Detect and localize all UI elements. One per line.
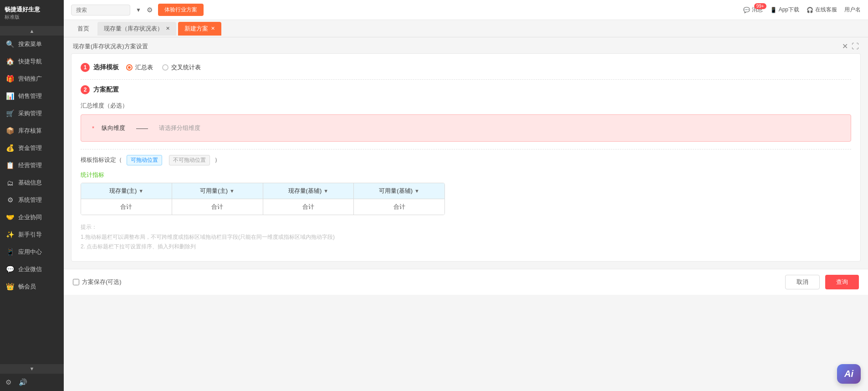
sidebar-item-cooperation[interactable]: 🤝企业协同 [0, 209, 64, 226]
stats-col-2-dropdown[interactable]: ▼ [323, 188, 328, 194]
sidebar-scroll-down[interactable]: ▼ [0, 364, 64, 373]
tab-home[interactable]: 首页 [71, 22, 96, 36]
indicator-settings-prefix: 模板指标设定（ [81, 156, 122, 163]
tab-inventory-status[interactable]: 现存量（库存状况表） ✕ [97, 22, 176, 36]
message-button[interactable]: 💬 消息 99+ [743, 6, 763, 14]
tabbar: 首页 现存量（库存状况表） ✕ 新建方案 ✕ [64, 20, 868, 37]
newguide-icon: ✨ [5, 231, 15, 239]
phone-icon: 📱 [770, 7, 777, 13]
sidebar-item-marketing[interactable]: 🎁营销推广 [0, 70, 64, 87]
online-service-button[interactable]: 🎧 在线客服 [807, 6, 837, 14]
sidebar-item-sales[interactable]: 📊销售管理 [0, 87, 64, 105]
search-dropdown-icon[interactable]: ▼ [136, 7, 141, 13]
sidebar-item-shortcut[interactable]: 🏠快捷导航 [0, 53, 64, 70]
sidebar-item-label-finance: 资金管理 [18, 144, 42, 152]
close-panel-button[interactable]: ✕ [842, 42, 848, 51]
search-input[interactable] [71, 5, 130, 15]
sidebar-scroll-up[interactable]: ▲ [0, 26, 64, 36]
sidebar-item-label-management: 经营管理 [18, 161, 42, 170]
wechat-icon: 💬 [5, 265, 15, 273]
sidebar-footer: ⚙ 🔊 [0, 373, 64, 391]
stats-col-0-body: 合计 [81, 199, 172, 215]
sidebar-item-purchase[interactable]: 🛒采购管理 [0, 105, 64, 122]
sidebar-item-finance[interactable]: 💰资金管理 [0, 139, 64, 157]
sidebar-item-label-sales: 销售管理 [18, 92, 42, 100]
sidebar-item-wechat[interactable]: 💬企业微信 [0, 261, 64, 278]
sound-icon[interactable]: 🔊 [19, 378, 27, 386]
tab-inventory-status-label: 现存量（库存状况表） [104, 25, 163, 33]
step2-divider [81, 149, 851, 149]
vertical-dim-placeholder[interactable]: 请选择分组维度 [159, 124, 200, 132]
settings-icon[interactable]: ⚙ [5, 378, 11, 386]
tab-new-schema-close[interactable]: ✕ [211, 26, 215, 31]
tips-title: 提示： [81, 222, 851, 232]
sidebar-item-label-system: 系统管理 [18, 196, 42, 204]
step1-num: 1 [81, 63, 90, 72]
stats-col-0: 现存量(主) ▼ 合计 [81, 183, 172, 215]
purchase-icon: 🛒 [5, 109, 15, 118]
radio-summary[interactable]: 汇总表 [126, 63, 153, 72]
stats-col-3-body: 合计 [354, 199, 444, 215]
stats-col-2-body: 合计 [263, 199, 354, 215]
draggable-label: 可拖动位置 [131, 156, 158, 164]
topbar-gear-icon[interactable]: ⚙ [147, 6, 153, 14]
stats-col-3-title: 可用量(基辅) [379, 187, 413, 195]
cancel-button[interactable]: 取消 [785, 275, 820, 289]
bottom-bar: 方案保存(可选) 取消 查询 [64, 269, 868, 295]
sidebar-item-system[interactable]: ⚙系统管理 [0, 191, 64, 209]
stats-col-0-dropdown[interactable]: ▼ [138, 188, 143, 194]
stats-col-2-title: 现存量(基辅) [288, 187, 322, 195]
step2-header: 2 方案配置 [81, 85, 851, 94]
sidebar-item-label-shortcut: 快捷导航 [18, 57, 42, 66]
tab-new-schema[interactable]: 新建方案 ✕ [178, 22, 221, 36]
app-logo-sub: 标准版 [5, 14, 59, 21]
vertical-dim-arrow: —— [136, 125, 148, 132]
query-button[interactable]: 查询 [825, 275, 859, 289]
stats-col-1: 可用量(主) ▼ 合计 [172, 183, 263, 215]
app-download-button[interactable]: 📱 App下载 [770, 6, 799, 14]
appcenter-icon: 📱 [5, 248, 15, 256]
trial-industry-button[interactable]: 体验行业方案 [158, 4, 204, 16]
stats-col-2: 现存量(基辅) ▼ 合计 [263, 183, 354, 215]
online-service-label: 在线客服 [815, 6, 837, 14]
stats-col-1-dropdown[interactable]: ▼ [230, 188, 235, 194]
sidebar-item-member[interactable]: 👑畅会员 [0, 278, 64, 295]
main-area: ▼ ⚙ 体验行业方案 💬 消息 99+ 📱 App下载 🎧 在线客服 用户名 [64, 0, 868, 391]
ai-bubble-label: Ai [844, 369, 853, 379]
sidebar-item-management[interactable]: 📋经营管理 [0, 157, 64, 174]
sidebar-item-label-inventory: 库存核算 [18, 127, 42, 135]
panel-controls: ✕ ⛶ [842, 42, 859, 51]
indicator-settings: 模板指标设定（ 可拖动位置 不可拖动位置 ） [81, 155, 851, 165]
save-checkbox[interactable] [73, 279, 79, 285]
required-star: * [92, 125, 94, 132]
stats-col-3-dropdown[interactable]: ▼ [414, 188, 419, 194]
content-area: 现存量(库存状况表)方案设置 ✕ ⛶ 1 选择模板 汇总表 交叉统计表 [64, 37, 868, 391]
action-buttons: 取消 查询 [785, 275, 859, 289]
sidebar-item-inventory[interactable]: 📦库存核算 [0, 122, 64, 139]
step1-divider [81, 79, 851, 80]
non-draggable-badge: 不可拖动位置 [169, 155, 210, 165]
shortcut-icon: 🏠 [5, 57, 15, 66]
sidebar-item-basic[interactable]: 🗂基础信息 [0, 174, 64, 191]
sidebar-item-newguide[interactable]: ✨新手引导 [0, 226, 64, 243]
step1-options: 汇总表 交叉统计表 [126, 63, 201, 72]
tab-home-label: 首页 [77, 25, 89, 33]
expand-panel-button[interactable]: ⛶ [852, 42, 859, 51]
management-icon: 📋 [5, 161, 15, 170]
message-icon: 💬 [743, 7, 750, 13]
sidebar-item-search[interactable]: 🔍搜索菜单 [0, 36, 64, 53]
sidebar-item-label-newguide: 新手引导 [18, 231, 42, 239]
tab-inventory-status-close[interactable]: ✕ [166, 26, 170, 31]
step2-label: 方案配置 [93, 86, 119, 94]
user-menu[interactable]: 用户名 [844, 6, 861, 14]
ai-bubble[interactable]: Ai [837, 364, 861, 384]
radio-cross[interactable]: 交叉统计表 [162, 63, 201, 72]
save-label: 方案保存(可选) [82, 278, 122, 286]
sidebar-menu: 🔍搜索菜单🏠快捷导航🎁营销推广📊销售管理🛒采购管理📦库存核算💰资金管理📋经营管理… [0, 36, 64, 364]
aggregate-dim-label: 汇总维度（必选） [81, 102, 851, 110]
sidebar-item-appcenter[interactable]: 📱应用中心 [0, 243, 64, 261]
radio-cross-dot[interactable] [162, 64, 168, 71]
finance-icon: 💰 [5, 144, 15, 152]
app-download-label: App下载 [779, 6, 799, 14]
radio-summary-dot[interactable] [126, 64, 133, 71]
